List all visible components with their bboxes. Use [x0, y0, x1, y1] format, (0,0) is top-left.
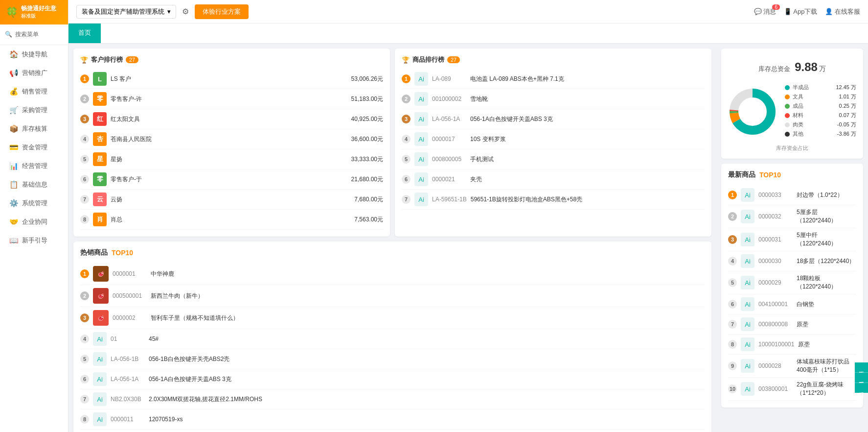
customer-amount: 7,680.00元 — [354, 195, 383, 204]
product-code: NB2.0X30B — [111, 396, 145, 403]
sidebar-item-marketing[interactable]: 📢 营销推广 — [0, 64, 68, 82]
product-name: 22g鱼豆腐-烧烤味（1*12*20） — [797, 381, 856, 397]
rank-number: 5 — [728, 278, 737, 287]
sidebar-item-guide[interactable]: 📖 新手引导 — [0, 231, 68, 250]
home-icon: 🏠 — [9, 50, 18, 59]
customer-name: 红太阳文具 — [111, 115, 347, 123]
trial-button[interactable]: 体验行业方案 — [195, 4, 249, 19]
sidebar-nav: 🏠 快捷导航 📢 营销推广 💰 销售管理 🛒 采购管理 📦 库存核算 💳 资金管… — [0, 45, 68, 250]
product-code: 004100001 — [758, 301, 793, 308]
customer-name: 零售客户-于 — [111, 175, 347, 184]
system-selector[interactable]: 装备及固定资产辅助管理系统 ▾ — [76, 5, 176, 19]
product-name: 体城嘉枝味苏打饮品400毫升（1*15） — [797, 358, 856, 374]
system-name: 装备及固定资产辅助管理系统 — [82, 7, 164, 16]
customer-service-button[interactable]: 客服热线 — [855, 362, 868, 373]
customer-ranking-badge: 27 — [126, 56, 138, 63]
search-icon: 🔍 — [5, 31, 12, 38]
top-bar: 装备及固定资产辅助管理系统 ▾ ⚙ 体验行业方案 💬 消息 6 📱 App下载 … — [69, 0, 868, 24]
legend-dot — [785, 113, 790, 118]
sidebar-item-label: 企业协同 — [22, 217, 47, 226]
product-name: 电池盖 LA-089 ABS本色+黑种 7.1克 — [470, 75, 705, 83]
messages-button[interactable]: 💬 消息 6 — [754, 7, 777, 16]
rank-number: 7 — [402, 195, 411, 204]
phone-icon: 📱 — [784, 8, 792, 15]
sidebar-item-home[interactable]: 🏠 快捷导航 — [0, 45, 68, 64]
legend-item: 半成品 12.45 万 — [785, 84, 856, 91]
sidebar-item-basics[interactable]: 📋 基础信息 — [0, 175, 68, 194]
list-item: 1 L LS 客户 53,006.26元 — [80, 69, 383, 89]
product-icon: Ai — [93, 392, 107, 406]
sidebar-item-sales[interactable]: 💰 销售管理 — [0, 82, 68, 101]
rank-number: 6 — [80, 375, 89, 384]
product-icon: Ai — [93, 372, 107, 386]
settings-icon[interactable]: ⚙ — [182, 7, 189, 16]
rank-number: 3 — [80, 115, 89, 123]
product-icon: Ai — [741, 233, 754, 246]
rank-number: 3 — [80, 313, 89, 322]
rank-number: 2 — [728, 212, 737, 221]
tab-home[interactable]: 首页 — [69, 24, 101, 43]
rank-number: 1 — [80, 269, 89, 278]
sidebar-item-operations[interactable]: 📊 经营管理 — [0, 157, 68, 175]
sidebar-item-label: 系统管理 — [22, 199, 47, 208]
rank-number: 5 — [80, 155, 89, 164]
sidebar-item-finance[interactable]: 💳 资金管理 — [0, 138, 68, 157]
chevron-down-icon: ▾ — [167, 8, 171, 15]
message-icon: 💬 — [754, 8, 762, 15]
sidebar-item-inventory[interactable]: 📦 库存核算 — [0, 120, 68, 138]
product-code: 0000033 — [758, 192, 793, 198]
avatar: L — [93, 72, 107, 86]
service-community-button[interactable]: 服务社区 — [855, 373, 868, 383]
list-item: 7 Ai NB2.0X30B 2.0X30MM双搓花轴,搓花直径2.1MM/RO… — [80, 389, 705, 409]
search-menu-button[interactable]: 🔍 搜索菜单 — [5, 28, 63, 41]
donut-chart-container: 半成品 12.45 万 文具 1.01 万 成品 0.25 万 — [728, 79, 856, 144]
product-code: 003800001 — [758, 385, 793, 392]
product-code: 01 — [111, 336, 145, 342]
sidebar-item-purchase[interactable]: 🛒 采购管理 — [0, 101, 68, 120]
legend-value: 1.01 万 — [839, 93, 856, 100]
online-service-button[interactable]: 👤 在线客服 — [825, 7, 860, 16]
list-item: 1 🥩 0000001 中华神鹿 — [80, 263, 705, 285]
customer-name: 星扬 — [111, 155, 347, 164]
sidebar-item-label: 资金管理 — [22, 143, 47, 152]
new-products-label: 最新商品 — [728, 170, 755, 179]
product-name: 5厘多层（1220*2440） — [797, 208, 856, 225]
sidebar-item-system[interactable]: ⚙️ 系统管理 — [0, 194, 68, 213]
service-icon: 👤 — [825, 8, 833, 15]
product-name: 056-1A白色按键开关盖ABS 3克 — [149, 375, 705, 384]
hot-products-label: 热销商品 — [80, 248, 108, 257]
product-code: 000800005 — [432, 156, 466, 163]
top-rankings: 🏆 客户排行榜 27 1 L LS 客户 53,006.26元 2 — [73, 48, 711, 237]
trophy-icon: 🏆 — [80, 56, 88, 64]
product-code: 001000002 — [432, 96, 466, 102]
product-name: 2.0X30MM双搓花轴,搓花直径2.1MM/ROHS — [149, 395, 705, 404]
app-download-label: App下载 — [793, 8, 817, 15]
app-download-button[interactable]: 📱 App下载 — [784, 7, 817, 16]
product-icon: Ai — [741, 210, 754, 223]
product-image: 🥩 — [93, 266, 109, 282]
float-buttons: 客服热线 服务社区 直播 — [855, 362, 868, 393]
rank-number: 3 — [728, 235, 737, 244]
avatar: 肖 — [93, 213, 107, 226]
sidebar-item-label: 快捷导航 — [22, 50, 47, 59]
rank-number: 2 — [80, 95, 89, 103]
content-area: 🏆 客户排行榜 27 1 L LS 客户 53,006.26元 2 — [69, 44, 868, 432]
sidebar-item-enterprise[interactable]: 🤝 企业协同 — [0, 213, 68, 231]
product-icon: Ai — [414, 152, 428, 166]
product-name: 59651-1B旋转投影灯电池盒ABS黑色+58壳 — [471, 195, 705, 204]
rank-number: 9 — [728, 361, 737, 370]
product-icon: Ai — [93, 412, 107, 426]
legend-dot — [785, 95, 790, 99]
list-item: 5 Ai 0000029 18颗粒板（1220*2440） — [728, 271, 856, 294]
live-streaming-button[interactable]: 直播 — [855, 383, 868, 393]
product-code: 0000002 — [113, 314, 147, 321]
product-icon: Ai — [741, 337, 754, 351]
rank-number: 1 — [402, 74, 411, 83]
customer-ranking-card: 🏆 客户排行榜 27 1 L LS 客户 53,006.26元 2 — [73, 48, 390, 237]
rank-number: 3 — [402, 115, 411, 123]
rank-number: 7 — [728, 320, 737, 329]
product-icon: Ai — [741, 359, 754, 373]
product-code: 0000021 — [432, 176, 466, 183]
product-icon: Ai — [414, 72, 428, 86]
rank-number: 4 — [80, 135, 89, 144]
